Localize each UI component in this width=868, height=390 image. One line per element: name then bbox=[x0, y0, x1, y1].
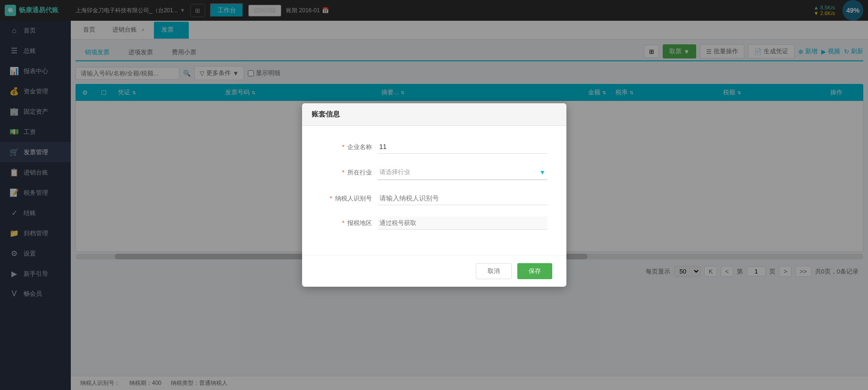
form-row-taxregion: * 报税地区 bbox=[321, 216, 548, 230]
label-industry: * 所在行业 bbox=[321, 168, 378, 177]
label-company: * 企业名称 bbox=[321, 143, 378, 151]
modal-footer: 取消 保存 bbox=[302, 255, 566, 287]
control-company bbox=[378, 140, 548, 154]
industry-dropdown-icon: ▼ bbox=[539, 169, 546, 176]
label-taxregion: * 报税地区 bbox=[321, 219, 378, 227]
required-mark: * bbox=[342, 143, 345, 150]
modal-header: 账套信息 bbox=[302, 103, 566, 126]
control-taxregion bbox=[378, 216, 548, 230]
tax-region-input bbox=[378, 216, 548, 230]
form-row-taxid: * 纳税人识别号 bbox=[321, 191, 548, 205]
account-info-modal: 账套信息 * 企业名称 * 所在行业 bbox=[302, 103, 566, 287]
control-taxid bbox=[378, 191, 548, 205]
required-mark: * bbox=[342, 219, 345, 226]
industry-select[interactable]: 请选择行业 ▼ bbox=[378, 165, 548, 180]
modal-body: * 企业名称 * 所在行业 请选择行业 ▼ bbox=[302, 126, 566, 255]
label-taxid: * 纳税人识别号 bbox=[321, 194, 378, 203]
modal-overlay[interactable]: 账套信息 * 企业名称 * 所在行业 bbox=[0, 0, 868, 390]
cancel-button[interactable]: 取消 bbox=[476, 263, 512, 279]
control-industry: 请选择行业 ▼ bbox=[378, 165, 548, 180]
modal-title: 账套信息 bbox=[312, 110, 340, 118]
form-row-industry: * 所在行业 请选择行业 ▼ bbox=[321, 165, 548, 180]
save-button[interactable]: 保存 bbox=[517, 263, 552, 279]
form-row-company: * 企业名称 bbox=[321, 140, 548, 154]
company-name-input[interactable] bbox=[378, 140, 548, 154]
required-mark: * bbox=[330, 195, 332, 202]
required-mark: * bbox=[342, 169, 345, 176]
tax-id-input[interactable] bbox=[378, 191, 548, 205]
